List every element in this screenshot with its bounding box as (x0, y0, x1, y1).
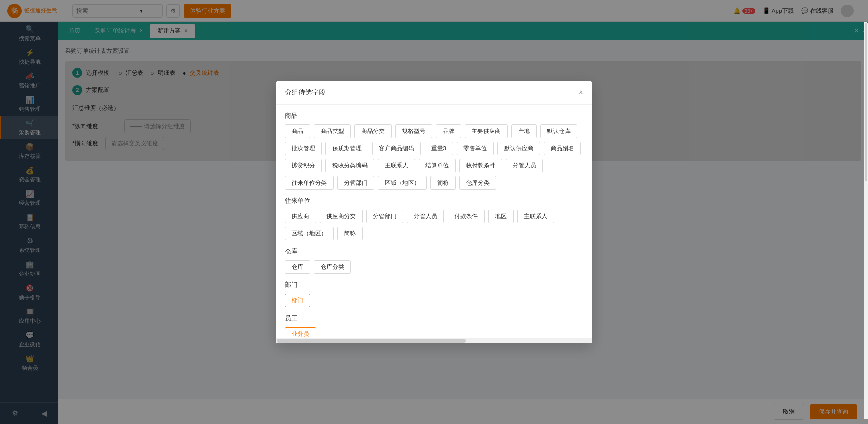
field-tag[interactable]: 默认供应商 (497, 142, 540, 155)
field-tag[interactable]: 商品别名 (544, 142, 581, 155)
modal-vertical-scrollbar-thumb (865, 23, 867, 181)
section-heading-warehouse: 仓库 (285, 248, 583, 256)
section-heading-department: 部门 (285, 281, 583, 289)
field-tag[interactable]: 分管部门 (337, 176, 374, 190)
field-tag[interactable]: 主联系人 (517, 210, 554, 223)
field-tags-employee: 业务员 (285, 327, 583, 338)
field-tag[interactable]: 收付款条件 (459, 159, 502, 172)
field-tag[interactable]: 产地 (511, 124, 537, 138)
field-tag[interactable]: 简称 (430, 176, 456, 190)
field-tag[interactable]: 税收分类编码 (326, 159, 374, 172)
field-tag[interactable]: 付款条件 (448, 210, 485, 223)
field-tag[interactable]: 主联系人 (378, 159, 415, 172)
field-tag[interactable]: 商品分类 (354, 124, 392, 138)
field-tag[interactable]: 商品 (285, 124, 310, 138)
field-tag[interactable]: 简称 (337, 227, 363, 240)
field-tag[interactable]: 品牌 (436, 124, 461, 138)
field-tag[interactable]: 规格型号 (395, 124, 432, 138)
field-tag[interactable]: 重量3 (425, 142, 453, 155)
field-tag[interactable]: 分管人员 (407, 210, 444, 223)
modal-vertical-scrollbar-track (864, 22, 868, 419)
field-tag[interactable]: 区域（地区） (378, 176, 427, 190)
field-tag[interactable]: 区域（地区） (285, 227, 334, 240)
section-heading-employee: 员工 (285, 314, 583, 323)
field-tag[interactable]: 仓库分类 (314, 260, 351, 274)
field-tag[interactable]: 拣货积分 (285, 159, 322, 172)
modal-title: 分组待选字段 (285, 88, 326, 97)
section-heading-goods: 商品 (285, 112, 583, 120)
field-tag[interactable]: 分管人员 (506, 159, 543, 172)
field-tag[interactable]: 供应商 (285, 210, 316, 223)
field-tags-goods: 商品 商品类型 商品分类 规格型号 品牌 主要供应商 产地 默认仓库 批次管理 … (285, 124, 583, 190)
modal-close-button[interactable]: × (578, 88, 583, 96)
field-tag[interactable]: 零售单位 (457, 142, 494, 155)
modal-header: 分组待选字段 × (276, 81, 592, 105)
field-tag[interactable]: 地区 (488, 210, 514, 223)
field-tags-department: 部门 (285, 294, 583, 307)
modal-horizontal-scrollbar[interactable] (276, 338, 592, 343)
modal-body: 商品 商品 商品类型 商品分类 规格型号 品牌 主要供应商 产地 默认仓库 批次… (276, 105, 592, 338)
field-tags-warehouse: 仓库 仓库分类 (285, 260, 583, 274)
field-tag[interactable]: 结算单位 (419, 159, 456, 172)
field-tag[interactable]: 主要供应商 (465, 124, 508, 138)
field-tag[interactable]: 仓库分类 (459, 176, 496, 190)
scrollbar-thumb (277, 339, 466, 343)
field-tag-department[interactable]: 部门 (285, 294, 310, 307)
field-tag[interactable]: 默认仓库 (540, 124, 577, 138)
modal-dialog: 分组待选字段 × 商品 商品 商品类型 商品分类 规格型号 品牌 主要供应商 产… (276, 81, 592, 343)
section-heading-partner: 往来单位 (285, 197, 583, 205)
modal-overlay[interactable]: 分组待选字段 × 商品 商品 商品类型 商品分类 规格型号 品牌 主要供应商 产… (0, 0, 868, 424)
field-tag[interactable]: 仓库 (285, 260, 310, 274)
field-tag[interactable]: 供应商分类 (320, 210, 363, 223)
field-tag[interactable]: 分管部门 (366, 210, 403, 223)
field-tags-partner: 供应商 供应商分类 分管部门 分管人员 付款条件 地区 主联系人 区域（地区） … (285, 210, 583, 240)
field-tag-employee[interactable]: 业务员 (285, 327, 316, 338)
field-tag[interactable]: 往来单位分类 (285, 176, 334, 190)
field-tag[interactable]: 商品类型 (314, 124, 351, 138)
field-tag[interactable]: 客户商品编码 (372, 142, 421, 155)
field-tag[interactable]: 保质期管理 (326, 142, 368, 155)
field-tag[interactable]: 批次管理 (285, 142, 322, 155)
